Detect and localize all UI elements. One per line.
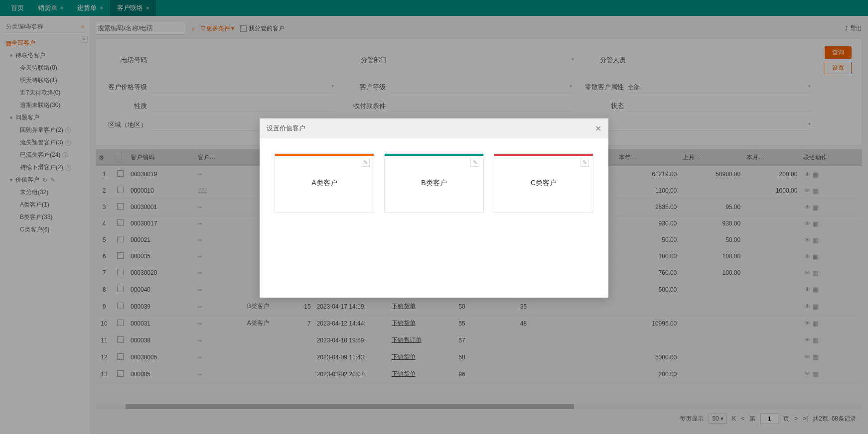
modal-title: 设置价值客户 — [267, 124, 305, 133]
card-class-b[interactable]: ✎B类客户 — [384, 153, 484, 213]
close-icon[interactable]: ✕ — [595, 124, 601, 133]
edit-icon[interactable]: ✎ — [470, 158, 479, 167]
edit-icon[interactable]: ✎ — [361, 158, 370, 167]
value-customer-modal: 设置价值客户 ✕ ✎A类客户 ✎B类客户 ✎C类客户 — [260, 118, 608, 298]
card-class-c[interactable]: ✎C类客户 — [494, 153, 593, 213]
edit-icon[interactable]: ✎ — [580, 158, 589, 167]
card-class-a[interactable]: ✎A类客户 — [275, 153, 374, 213]
